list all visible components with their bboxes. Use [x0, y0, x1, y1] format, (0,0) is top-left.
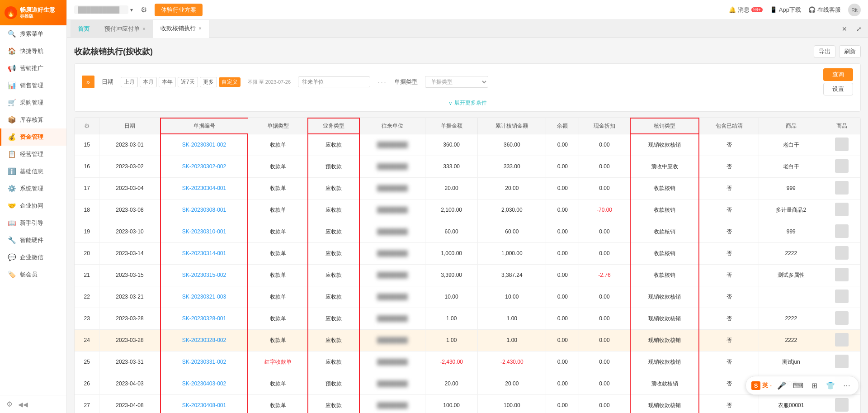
- table-row: 19 2023-03-10 SK-20230310-001 收款单 应收款 ██…: [75, 221, 860, 242]
- date-more-btn[interactable]: 更多: [200, 77, 217, 87]
- table-row: 24 2023-03-28 SK-20230328-002 收款单 应收款 ██…: [75, 329, 860, 351]
- voucher-no-link[interactable]: SK-20230328-001: [182, 315, 226, 322]
- td-seq: 26: [75, 373, 99, 394]
- td-date: 2023-03-15: [99, 264, 160, 286]
- sidebar-item-hardware[interactable]: 🔧 智能硬件: [0, 232, 66, 249]
- th-biz-type: 业务类型: [308, 118, 359, 134]
- td-voucher-type: 收款单: [248, 329, 308, 351]
- shirt-btn[interactable]: 👕: [824, 379, 837, 392]
- voucher-type-select[interactable]: 单据类型: [425, 76, 488, 88]
- sidebar-item-cooperation[interactable]: 🤝 企业协同: [0, 197, 66, 214]
- voucher-no-link[interactable]: SK-20230308-001: [182, 207, 226, 213]
- voucher-no-link[interactable]: SK-20230304-001: [182, 185, 226, 191]
- voucher-no-link[interactable]: SK-20230331-002: [182, 359, 226, 365]
- td-voucher-type: 收款单: [248, 221, 308, 242]
- th-cancel-type: 核销类型: [630, 118, 699, 134]
- settings-icon[interactable]: ⚙: [6, 400, 13, 408]
- td-cancel-type: 预收中应收: [630, 156, 699, 177]
- sidebar-item-member[interactable]: 🏷️ 畅会员: [0, 266, 66, 283]
- export-button[interactable]: 导出: [814, 45, 835, 58]
- online-service-btn[interactable]: 🎧 在线客服: [808, 6, 841, 14]
- sidebar-item-system[interactable]: ⚙️ 系统管理: [0, 180, 66, 197]
- td-goods: 测试多属性: [759, 264, 823, 286]
- goods-thumbnail: [835, 224, 849, 238]
- refresh-button[interactable]: 刷新: [839, 45, 861, 58]
- tab-close-btn[interactable]: ✕: [839, 24, 850, 34]
- td-date: 2023-03-01: [99, 134, 160, 156]
- td-cash-discount: 0.00: [579, 242, 630, 264]
- td-voucher-no: SK-20230304-001: [160, 177, 248, 199]
- app-download-btn[interactable]: 📱 App下载: [770, 6, 801, 14]
- mgmt-icon: 📋: [8, 150, 16, 158]
- date-7days-btn[interactable]: 近7天: [178, 77, 198, 87]
- voucher-no-link[interactable]: SK-20230302-002: [182, 163, 226, 170]
- settings-small-button[interactable]: 设置: [823, 83, 853, 95]
- apps-btn[interactable]: ⋯: [840, 379, 853, 392]
- voucher-no-link[interactable]: SK-20230301-002: [182, 142, 226, 148]
- home-icon: 🏠: [8, 47, 16, 55]
- td-cancel-type: 现销收款核销: [630, 329, 699, 351]
- sidebar-item-inventory[interactable]: 📦 库存核算: [0, 111, 66, 128]
- float-brand: S 英 ·: [751, 381, 772, 390]
- voucher-no-link[interactable]: SK-20230403-002: [182, 380, 226, 387]
- voucher-no-link[interactable]: SK-20230321-003: [182, 294, 226, 300]
- mic-btn[interactable]: 🎤: [775, 379, 788, 392]
- td-goods-img: [823, 264, 860, 286]
- sidebar-item-guide[interactable]: 📖 新手引导: [0, 214, 66, 232]
- sidebar-item-quick-nav[interactable]: 🏠 快捷导航: [0, 43, 66, 60]
- sidebar-item-basic[interactable]: ℹ️ 基础信息: [0, 163, 66, 180]
- td-verified-amount: 3,387.24: [478, 264, 546, 286]
- tab-prepay-close[interactable]: ×: [142, 26, 146, 32]
- expand-more-button[interactable]: ∨ 展开更多条件: [448, 99, 487, 107]
- collapse-icon[interactable]: ◀◀: [18, 401, 28, 408]
- query-button[interactable]: 查询: [823, 68, 853, 81]
- tab-maximize-btn[interactable]: ⤢: [854, 24, 864, 34]
- grid-btn[interactable]: ⊞: [808, 379, 821, 392]
- date-cur-year-btn[interactable]: 本年: [159, 77, 176, 87]
- th-voucher-type: 单据类型: [248, 118, 308, 134]
- tab-collection[interactable]: 收款核销执行 ×: [153, 20, 209, 38]
- notification-btn[interactable]: 🔔 消息 99+: [729, 6, 763, 14]
- date-custom-btn[interactable]: 自定义: [219, 77, 241, 87]
- keyboard-btn[interactable]: ⌨: [792, 379, 804, 392]
- tab-home[interactable]: 首页: [71, 20, 97, 38]
- sidebar-item-marketing[interactable]: 📢 营销推广: [0, 60, 66, 77]
- sidebar-label: 基础信息: [20, 167, 43, 176]
- td-cancel-type: 现销收款核销: [630, 308, 699, 329]
- tab-collection-close[interactable]: ×: [198, 25, 202, 32]
- topbar-gear-btn[interactable]: ⚙: [137, 4, 150, 16]
- voucher-no-link[interactable]: SK-20230408-001: [182, 402, 226, 408]
- sidebar-item-search[interactable]: 🔍 搜索菜单: [0, 25, 66, 43]
- td-voucher-type: 收款单: [248, 199, 308, 221]
- voucher-no-link[interactable]: SK-20230310-001: [182, 228, 226, 235]
- voucher-no-link[interactable]: SK-20230315-002: [182, 272, 226, 278]
- table-row: 22 2023-03-21 SK-20230321-003 收款单 应收款 ██…: [75, 286, 860, 308]
- date-prev-month-btn[interactable]: 上月: [121, 77, 138, 87]
- th-amount: 单据金额: [425, 118, 477, 134]
- sidebar-item-purchase[interactable]: 🛒 采购管理: [0, 94, 66, 111]
- td-partner: ████████: [359, 264, 425, 286]
- td-verified-amount: 100.00: [478, 394, 546, 413]
- td-seq: 18: [75, 199, 99, 221]
- tab-prepay[interactable]: 预付冲应付单 ×: [97, 20, 153, 38]
- sidebar-item-wechat[interactable]: 💬 企业微信: [0, 249, 66, 266]
- td-goods: 999: [759, 221, 823, 242]
- partner-input[interactable]: [298, 76, 370, 87]
- main-content: ██████████ ▾ ⚙ 体验行业方案 🔔 消息 99+ 📱 App下载 🎧…: [67, 0, 868, 413]
- td-amount: 2,100.00: [425, 199, 477, 221]
- workspace-name: ██████████: [74, 5, 128, 14]
- voucher-no-link[interactable]: SK-20230314-001: [182, 250, 226, 256]
- workspace-selector[interactable]: ██████████ ▾: [74, 5, 133, 14]
- td-include-settled: 否: [699, 394, 759, 413]
- sidebar-item-sales[interactable]: 📊 销售管理: [0, 77, 66, 94]
- date-cur-month-btn[interactable]: 本月: [140, 77, 157, 87]
- user-avatar[interactable]: Rit: [848, 4, 861, 16]
- td-goods-img: [823, 394, 860, 413]
- sidebar-item-management[interactable]: 📋 经营管理: [0, 146, 66, 163]
- voucher-no-link[interactable]: SK-20230328-002: [182, 337, 226, 343]
- solution-button[interactable]: 体验行业方案: [155, 4, 203, 16]
- filter-expand-btn[interactable]: »: [82, 76, 94, 88]
- sidebar-item-finance[interactable]: 💰 资金管理: [0, 128, 66, 146]
- td-verified-amount: 360.00: [478, 134, 546, 156]
- th-settings[interactable]: ⚙: [75, 118, 99, 134]
